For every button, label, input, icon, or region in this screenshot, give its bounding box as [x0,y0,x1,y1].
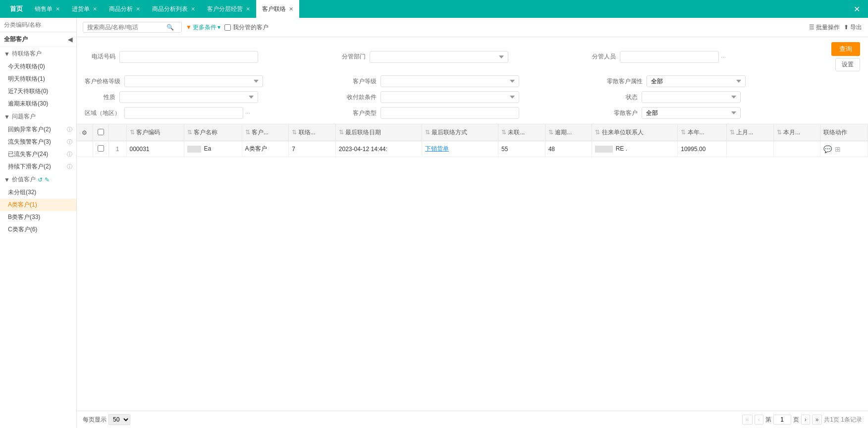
sidebar-item-class-a[interactable]: A类客户(1) [0,199,76,211]
nature-select[interactable] [119,91,258,103]
row-check[interactable] [93,141,108,157]
sidebar-item-7days[interactable]: 近7天待联络(0) [0,85,76,98]
query-btn[interactable]: 查询 [831,42,860,56]
field-nature: 性质 [85,91,338,103]
retail-attr-select[interactable]: 全部 [647,75,746,87]
nav-tab-purchase[interactable]: 进货单 ✕ [66,0,103,18]
close-icon[interactable]: ✕ [55,6,60,12]
refresh-icon[interactable]: ↺ [38,176,43,183]
dept-label: 分管部门 [335,53,370,61]
sort-icon: ⇅ [425,129,430,136]
batch-op-btn[interactable]: ☰ 批量操作 [809,23,840,32]
collapse-icon[interactable]: ◀ [68,36,72,43]
staff-input[interactable] [620,51,719,63]
sidebar: 🔍 全部客户 ◀ ▼ 待联络客户 今天待联络(0) 明天待联络(1) 近7天待联… [0,18,77,428]
sidebar-item-class-b[interactable]: B类客户(33) [0,211,76,223]
more-conditions-btn[interactable]: ▼ 更多条件 ▾ [186,23,220,32]
filter-search-input[interactable] [87,24,166,31]
sidebar-search-input[interactable] [4,21,77,28]
nav-tab-sales[interactable]: 销售单 ✕ [29,0,66,18]
field-retail-attr: 零散客户属性 全部 [607,75,860,87]
sidebar-item-lost[interactable]: 已流失客户(24) ⓘ [0,148,76,160]
sort-icon: ⇅ [777,129,782,136]
select-all-checkbox[interactable] [98,129,104,135]
more-icon[interactable]: ··· [245,109,250,116]
sort-icon: ⇅ [548,129,553,136]
col-last-month[interactable]: ⇅ 上月... [727,124,774,141]
page-input[interactable] [773,415,791,425]
sort-icon: ⇅ [681,129,686,136]
row-checkbox[interactable] [98,145,104,152]
status-label: 状态 [607,93,642,102]
my-customers-check[interactable] [224,24,231,31]
field-dept: 分管部门 [335,51,577,63]
nav-tab-customer-contact[interactable]: 客户联络 ✕ [256,0,299,18]
filter-bar: 🔍 ▼ 更多条件 ▾ 我分管的客户 ☰ 批量操作 ⬆ 导出 [77,18,868,37]
phone-input[interactable] [119,51,258,63]
first-page-btn[interactable]: « [742,415,753,425]
sidebar-item-today[interactable]: 今天待联络(0) [0,60,76,73]
filter-search-icon[interactable]: 🔍 [166,24,174,31]
sidebar-item-warning[interactable]: 流失预警客户(3) ⓘ [0,136,76,148]
grid-icon[interactable]: ⊞ [835,145,841,153]
filter-row-4: 区域（地区） ··· 客户类型 零散客户 全部 [85,107,860,119]
chat-icon[interactable]: 💬 [823,145,832,153]
sidebar-item-class-c[interactable]: C类客户(6) [0,223,76,236]
level-select[interactable] [380,75,519,87]
col-check[interactable] [93,124,108,141]
col-category[interactable]: ⇅ 客户... [242,124,289,141]
dept-select[interactable] [370,51,508,63]
last-page-btn[interactable]: » [812,415,822,425]
settings-btn[interactable]: 设置 [835,58,860,71]
col-this-year[interactable]: ⇅ 本年... [678,124,727,141]
edit-icon[interactable]: ✎ [45,176,50,183]
col-code[interactable]: ⇅ 客户编码 [126,124,184,141]
col-this-month[interactable]: ⇅ 本月... [773,124,820,141]
status-select[interactable] [642,91,741,103]
sidebar-item-overdue[interactable]: 逾期未联络(30) [0,98,76,110]
export-btn[interactable]: ⬆ 导出 [844,23,862,32]
col-uncontact[interactable]: ⇅ 未联... [498,124,545,141]
next-page-btn[interactable]: › [801,415,810,425]
sidebar-item-abnormal[interactable]: 回购异常客户(2) ⓘ [0,123,76,136]
close-all-icon[interactable]: ✕ [850,4,864,14]
prev-page-btn[interactable]: ‹ [755,415,763,425]
more-icon[interactable]: ··· [721,54,726,60]
nav-tab-analysis[interactable]: 商品分析 ✕ [103,0,146,18]
col-overdue[interactable]: ⇅ 逾期... [545,124,592,141]
nav-home[interactable]: 首页 [4,0,29,18]
close-icon[interactable]: ✕ [93,6,97,12]
col-contact[interactable]: ⇅ 联络... [289,124,336,141]
col-unit-contact[interactable]: ⇅ 往来单位联系人 [592,124,678,141]
price-level-select[interactable] [124,75,263,87]
close-icon[interactable]: ✕ [246,6,250,12]
nav-tab-analysis-list[interactable]: 商品分析列表 ✕ [146,0,201,18]
nav-tab-customer-segment[interactable]: 客户分层经营 ✕ [201,0,256,18]
payment-select[interactable] [380,91,519,103]
close-icon[interactable]: ✕ [191,6,195,12]
sidebar-item-declining[interactable]: 持续下滑客户(2) ⓘ [0,160,76,173]
retail-customer-select[interactable]: 全部 [642,107,741,119]
close-icon[interactable]: ✕ [289,6,293,12]
col-name[interactable]: ⇅ 客户名称 [184,124,242,141]
group-problem-customers[interactable]: ▼ 问题客户 [0,110,76,123]
filter-row-1: 电话号码 分管部门 分管人员 ··· 查询 设置 [85,42,860,71]
table-row: 1 000031 Ea A类客户 7 2023-04-12 14:44: 下销货… [77,141,868,157]
row-last-method[interactable]: 下销货单 [422,141,498,157]
sidebar-item-tomorrow[interactable]: 明天待联络(1) [0,73,76,85]
customer-type-input[interactable] [380,107,519,119]
close-icon[interactable]: ✕ [136,6,140,12]
page-size-group: 每页显示 50 [83,414,130,425]
my-customers-checkbox[interactable]: 我分管的客户 [224,23,269,32]
sidebar-item-ungrouped[interactable]: 未分组(32) [0,186,76,199]
col-settings[interactable]: ⚙ [77,124,93,141]
bottom-bar: 每页显示 50 « ‹ 第 页 › » 共1页 1条记录 [77,411,868,428]
col-last-date[interactable]: ⇅ 最后联络日期 [335,124,422,141]
group-pending-contact[interactable]: ▼ 待联络客户 [0,47,76,60]
page-size-select[interactable]: 50 [108,414,130,425]
row-this-month [773,141,820,157]
region-input[interactable] [124,107,243,119]
info-icon: ⓘ [67,151,72,158]
col-last-method[interactable]: ⇅ 最后联络方式 [422,124,498,141]
group-value-customers[interactable]: ▼ 价值客户 ↺ ✎ [0,173,76,186]
